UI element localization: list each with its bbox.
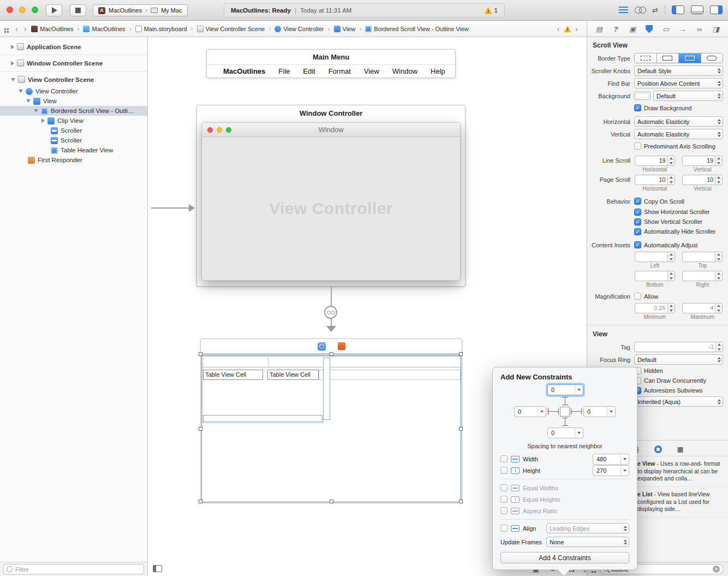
- forward-button[interactable]: ›: [23, 25, 28, 33]
- border-grooved-segment[interactable]: [701, 54, 723, 63]
- show-vertical-scroller-checkbox[interactable]: [634, 218, 641, 225]
- sidebar-item-window-controller-scene[interactable]: Window Controller Scene: [0, 56, 147, 70]
- stop-button[interactable]: [70, 4, 86, 16]
- sidebar-item-view[interactable]: View: [0, 96, 147, 106]
- leading-constraint-strut-icon[interactable]: [548, 408, 559, 414]
- stepper-icon[interactable]: [667, 304, 675, 313]
- automatically-adjust-checkbox[interactable]: [634, 241, 641, 248]
- sidebar-item-clip-view[interactable]: Clip View: [0, 116, 147, 126]
- file-inspector-tab[interactable]: ▤: [594, 23, 605, 34]
- disclosure-triangle-icon[interactable]: [11, 45, 14, 49]
- align-checkbox[interactable]: [500, 525, 508, 532]
- combo-arrow-icon[interactable]: [538, 407, 546, 417]
- magnification-maximum-field[interactable]: 4: [682, 303, 723, 313]
- view-controller-view[interactable]: Table View Cell Table View Cell: [200, 354, 462, 503]
- breadcrumb-scroll-view[interactable]: Bordered Scroll View - Outline View: [365, 26, 469, 32]
- horizontal-elasticity-popup[interactable]: Automatic Elasticity: [634, 116, 723, 127]
- breadcrumb-view[interactable]: View: [334, 26, 356, 32]
- assistant-editor-icon[interactable]: [635, 7, 646, 14]
- close-window-button[interactable]: [7, 7, 13, 13]
- toggle-navigator-panel-button[interactable]: [672, 5, 684, 14]
- sidebar-item-view-controller-scene[interactable]: View Controller Scene: [0, 73, 147, 86]
- breadcrumb-view-controller[interactable]: View Controller: [275, 26, 324, 32]
- minimize-window-button[interactable]: [19, 7, 26, 13]
- warning-badge[interactable]: 1: [485, 7, 498, 14]
- attributes-inspector-tab[interactable]: [644, 23, 655, 34]
- standard-editor-icon[interactable]: [619, 7, 628, 14]
- disclosure-triangle-icon[interactable]: [11, 61, 14, 66]
- sidebar-item-first-responder[interactable]: First Responder: [0, 155, 147, 165]
- selection-handle[interactable]: [330, 352, 333, 356]
- stepper-icon[interactable]: [667, 156, 675, 165]
- inset-top-field[interactable]: [682, 252, 723, 262]
- run-button[interactable]: [46, 4, 62, 16]
- stepper-icon[interactable]: [667, 271, 675, 281]
- disclosure-triangle-icon[interactable]: [26, 99, 31, 103]
- menu-item-edit[interactable]: Edit: [303, 67, 315, 75]
- window-title-bar[interactable]: Window: [202, 123, 460, 137]
- predominant-axis-checkbox[interactable]: [634, 142, 641, 150]
- selection-handle[interactable]: [459, 352, 463, 356]
- stepper-icon[interactable]: [667, 252, 675, 262]
- object-library-icon[interactable]: [654, 446, 662, 453]
- allow-magnification-checkbox[interactable]: [634, 293, 641, 300]
- window-controller-scene[interactable]: Window Controller Window View Controller: [196, 105, 466, 287]
- height-value-combo[interactable]: 270: [593, 465, 629, 476]
- bottom-constraint-strut-icon[interactable]: [562, 418, 568, 426]
- main-menu-scene[interactable]: Main Menu MacOutlines File Edit Format V…: [206, 49, 456, 78]
- selection-handle[interactable]: [459, 427, 463, 431]
- view-controller-badge-icon[interactable]: [318, 342, 326, 351]
- segue-icon[interactable]: [324, 306, 337, 319]
- border-line-segment[interactable]: [657, 54, 679, 63]
- stepper-icon[interactable]: [715, 342, 723, 352]
- storyboard-entry-arrow[interactable]: [151, 204, 195, 212]
- height-checkbox[interactable]: [500, 467, 508, 474]
- view-controller-scene-header[interactable]: [200, 339, 462, 354]
- update-frames-popup[interactable]: None: [546, 537, 629, 547]
- quick-help-inspector-tab[interactable]: ?: [611, 23, 622, 34]
- combo-arrow-icon[interactable]: [620, 454, 629, 464]
- clear-search-icon[interactable]: ×: [713, 566, 720, 573]
- equal-heights-checkbox[interactable]: [500, 496, 508, 503]
- leading-spacing-combo[interactable]: 0: [514, 406, 546, 417]
- issue-warning-icon[interactable]: [564, 26, 571, 32]
- disclosure-triangle-icon[interactable]: [34, 109, 38, 112]
- menu-item-view[interactable]: View: [364, 67, 379, 75]
- menu-item-file[interactable]: File: [278, 67, 290, 75]
- bindings-inspector-tab[interactable]: ∞: [694, 23, 705, 34]
- copy-on-scroll-checkbox[interactable]: [634, 198, 641, 205]
- line-scroll-vertical-field[interactable]: 19: [682, 156, 723, 166]
- breadcrumb-storyboard[interactable]: Main.storyboard: [135, 26, 187, 32]
- breadcrumb-project[interactable]: MacOutlines: [31, 26, 73, 32]
- sidebar-item-scroller-2[interactable]: Scroller: [0, 135, 147, 145]
- background-color-well[interactable]: [634, 92, 651, 100]
- inset-left-field[interactable]: [635, 252, 675, 262]
- combo-arrow-icon[interactable]: [620, 466, 629, 476]
- view-effects-inspector-tab[interactable]: ◨: [711, 23, 721, 34]
- trailing-spacing-combo[interactable]: 0: [583, 406, 616, 417]
- filter-input[interactable]: [15, 566, 141, 573]
- background-popup[interactable]: Default: [653, 91, 723, 101]
- sidebar-item-application-scene[interactable]: Application Scene: [0, 40, 147, 54]
- inset-bottom-field[interactable]: [635, 271, 675, 281]
- stepper-icon[interactable]: [715, 175, 722, 185]
- sidebar-item-bordered-scroll-view[interactable]: Bordered Scroll View - Outli…: [0, 106, 147, 116]
- back-button[interactable]: ‹: [14, 25, 19, 33]
- top-spacing-combo[interactable]: 0: [547, 384, 583, 395]
- stepper-icon[interactable]: [715, 271, 722, 281]
- identity-inspector-tab[interactable]: ▣: [627, 23, 638, 34]
- stepper-icon[interactable]: [715, 156, 722, 165]
- menu-item-appname[interactable]: MacOutlines: [223, 67, 265, 75]
- zoom-window-button[interactable]: [32, 7, 38, 13]
- bottom-spacing-combo[interactable]: 0: [547, 427, 583, 438]
- window-content-view[interactable]: View Controller: [202, 137, 460, 280]
- stepper-icon[interactable]: [667, 175, 675, 185]
- disclosure-triangle-icon[interactable]: [11, 78, 15, 81]
- page-scroll-vertical-field[interactable]: 10: [682, 175, 723, 185]
- filter-field[interactable]: [3, 564, 144, 574]
- combo-arrow-icon[interactable]: [575, 428, 583, 438]
- combo-arrow-icon[interactable]: [607, 407, 615, 417]
- version-editor-icon[interactable]: ⇄: [652, 7, 658, 14]
- selection-handle[interactable]: [199, 352, 202, 356]
- breadcrumb-group[interactable]: MacOutlines: [83, 26, 125, 32]
